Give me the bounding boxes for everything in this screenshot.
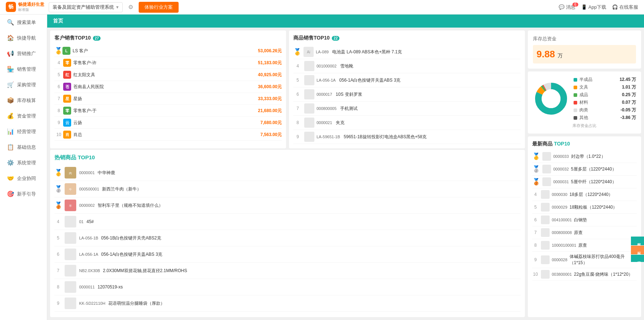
sidebar: 🔍 搜索菜单 🏠 快捷导航 📢 营销推广 🏪 销售管理 🛒 采购管理 📦 库存核… [0, 15, 47, 320]
product-thumbnail: Ai [303, 47, 314, 57]
phone-icon: 📱 [581, 4, 587, 10]
customer-service-button[interactable]: 客服热线 [631, 237, 644, 245]
product-thumbnail [542, 165, 551, 173]
home-tab[interactable]: 首页 [53, 18, 63, 24]
settings-icon[interactable]: ⚙ [126, 2, 136, 12]
sidebar-label-operation: 经营管理 [17, 128, 36, 135]
customer-ranking-card: 客户销售TOP10 27 🥇 L LS 客户 53,006.26元 [50, 30, 286, 148]
list-item: 8 0000011 12070519-xs [54, 279, 521, 295]
chart-legend: 半成品 12.45 万 文具 1.01 万 成品 0 [574, 77, 636, 121]
list-item: 🥇 0000033 封边带（1.0*22） [532, 150, 637, 163]
customer-ranking-table: 🥇 L LS 客户 53,006.26元 4 零 零售客户-许 51,183.0… [54, 45, 282, 141]
silver-medal-icon: 🥈 [54, 185, 62, 193]
product-thumbnail [65, 249, 76, 260]
sidebar-label-search: 搜索菜单 [17, 19, 36, 26]
legend-color-dot [574, 86, 577, 89]
hot-products-title: 热销商品 TOP10 [54, 154, 521, 161]
page-body: 客户销售TOP10 27 🥇 L LS 客户 53,006.26元 [47, 28, 644, 320]
list-item: 🥈 牛 000500001 新西兰牛肉（新牛） [54, 181, 521, 197]
rankings-section: 客户销售TOP10 27 🥇 L LS 客户 53,006.26元 [47, 28, 528, 150]
product-thumbnail [65, 232, 76, 244]
headset-icon: 🎧 [612, 4, 618, 10]
product-thumbnail [304, 118, 314, 128]
sidebar-item-inventory[interactable]: 📦 库存核算 [0, 93, 47, 108]
live-broadcast-button[interactable]: 直播 [631, 255, 644, 262]
sidebar-item-marketing[interactable]: 📢 营销推广 [0, 46, 47, 61]
legend-color-dot [574, 101, 577, 104]
float-service-buttons: 客服热线 服务社区 直播 [631, 237, 644, 262]
purchase-icon: 🛒 [7, 81, 14, 88]
inventory-label: 库存总资金 [533, 36, 636, 42]
sidebar-label-marketing: 营销推广 [17, 50, 36, 57]
legend-item: 其他 -3.86 万 [574, 115, 636, 121]
silver-medal-icon: 🥈 [532, 165, 540, 173]
gold-medal-icon: 🥇 [54, 47, 62, 55]
list-item: 9 0000028 体碱荔枝味苏打饮品400毫升（1*15） [532, 252, 637, 268]
legend-color-dot [574, 78, 577, 82]
bronze-medal-icon: 🥉 [54, 201, 62, 209]
svg-text:羊: 羊 [69, 204, 72, 208]
service-community-button[interactable]: 服务社区 [631, 246, 644, 254]
logo-subtitle: 标准版 [18, 7, 44, 12]
system-selector-area: 装备及固定资产辅助管理系统 ▾ ⚙ 体验行业方案 [49, 2, 554, 13]
online-service-button[interactable]: 🎧 在线客服 [612, 4, 638, 11]
sidebar-item-operation[interactable]: 📊 经营管理 [0, 124, 47, 139]
legend-item: 材料 0.07 万 [574, 99, 636, 106]
sidebar-item-quick[interactable]: 🏠 快捷导航 [0, 30, 47, 46]
system-selector[interactable]: 装备及固定资产辅助管理系统 ▾ [49, 2, 123, 12]
list-item: 🥈 0000032 5厘多层（1220*2440） [532, 163, 637, 176]
sidebar-item-sales[interactable]: 🏪 销售管理 [0, 61, 47, 77]
product-thumbnail [65, 216, 76, 227]
sidebar-item-system[interactable]: ⚙️ 系统管理 [0, 155, 47, 171]
table-row: 4 零 零售客户-许 51,183.00元 [54, 57, 282, 69]
customer-badge-icon: 云 [63, 119, 71, 127]
list-item: 7 NB2.0X30B 2.0X30MM双搓花轴,搓花直径2.1MM/ROHS [54, 263, 521, 279]
product-thumbnail [304, 103, 314, 114]
legend-color-dot [574, 93, 577, 97]
legend-item: 半成品 12.45 万 [574, 77, 636, 83]
sidebar-label-enterprise: 企业协同 [17, 175, 36, 182]
sidebar-item-search[interactable]: 🔍 搜索菜单 [0, 15, 47, 30]
customer-badge: 27 [93, 36, 101, 41]
customer-badge-icon: L [62, 47, 70, 55]
chevron-down-icon: ▾ [116, 4, 119, 10]
operation-icon: 📊 [7, 128, 14, 135]
legend-item: 肉类 -0.05 万 [574, 107, 636, 113]
legend-color-dot [574, 108, 577, 112]
search-icon: 🔍 [7, 19, 14, 26]
sidebar-item-enterprise[interactable]: 🤝 企业协同 [0, 171, 47, 186]
trial-button[interactable]: 体验行业方案 [139, 2, 179, 13]
list-item: 8 10000100001 原查 [532, 239, 637, 252]
enterprise-icon: 🤝 [7, 175, 14, 182]
table-row: 4 001000002 雪地靴 [293, 59, 521, 73]
topbar: 畅 畅捷通好生意 标准版 装备及固定资产辅助管理系统 ▾ ⚙ 体验行业方案 💬 … [0, 0, 644, 15]
app-download-button[interactable]: 📱 App下载 [581, 4, 606, 11]
product-thumbnail [304, 132, 314, 142]
list-item: 6 LA-056-1A 056-1A白色按键开关盖ABS 3克 [54, 246, 521, 263]
sidebar-item-guide[interactable]: 🎯 新手引导 [0, 186, 47, 202]
sidebar-label-system: 系统管理 [17, 160, 36, 166]
list-item: 9 KK-SD22110H 花语萌恒温分腿睡袋（厚款） [54, 295, 521, 312]
table-row: 8 0000021 夹克 [293, 116, 521, 130]
logo-title: 畅捷通好生意 [18, 2, 44, 7]
list-item: 5 0000029 18颗粒板（1220*2440） [532, 201, 637, 214]
sidebar-item-finance[interactable]: 💰 资金管理 [0, 108, 47, 124]
product-thumbnail [542, 177, 551, 186]
logo-area: 畅 畅捷通好生意 标准版 [6, 2, 44, 12]
product-thumbnail [304, 75, 314, 85]
sidebar-item-purchase[interactable]: 🛒 采购管理 [0, 77, 47, 93]
donut-chart [533, 81, 569, 117]
product-thumbnail [304, 89, 314, 99]
inventory-value: 9.88 万 [537, 49, 563, 60]
sidebar-label-guide: 新手引导 [17, 191, 36, 197]
list-item: 10 003800001 22g鱼豆腐·烧烤味（1*12*20） [532, 268, 637, 281]
gold-medal-icon: 🥇 [293, 48, 301, 56]
finance-icon: 💰 [7, 112, 14, 119]
table-row: 6 苍 苍南县人民医院 36,600.00元 [54, 81, 282, 93]
sidebar-item-basic[interactable]: 📋 基础信息 [0, 139, 47, 155]
list-item: 🥇 肉 0000001 中华神鹿 [54, 165, 521, 181]
table-row: 🥇 Ai LA-089 电池盖 LA-089 ABS本色+黑种 7.1克 [293, 45, 521, 59]
message-button[interactable]: 💬 消息 6 [559, 4, 575, 11]
table-row: 7 000800005 手机测试 [293, 102, 521, 116]
svg-text:肉: 肉 [69, 172, 72, 175]
